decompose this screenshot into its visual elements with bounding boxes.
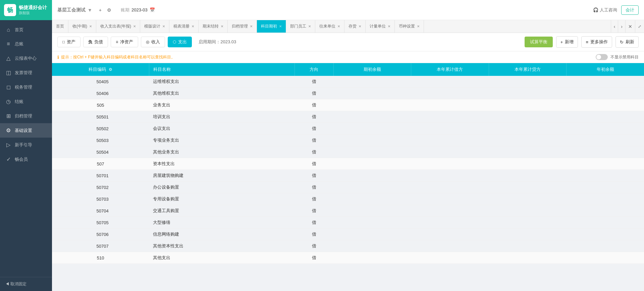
- sidebar-item-close[interactable]: ◷ 结账: [0, 94, 52, 109]
- tab-close-inventory[interactable]: ✕: [359, 25, 361, 28]
- tab-close-subject-init[interactable]: ✕: [279, 25, 282, 28]
- col-header-code: 科目编码 ⚙: [52, 63, 149, 76]
- cell-name: 办公设备购置: [149, 182, 294, 193]
- table-row[interactable]: 50706 信息网络购建 借: [52, 229, 644, 240]
- table-row[interactable]: 50704 交通工具购置 借: [52, 205, 644, 217]
- table-row[interactable]: 50504 其他业务支出 借: [52, 146, 644, 158]
- sidebar-item-tax[interactable]: ◻ 税务管理: [0, 80, 52, 94]
- col-settings-icon[interactable]: ⚙: [109, 67, 112, 72]
- tab-home[interactable]: 首页: [52, 20, 68, 33]
- table-body: 50405 运维维权支出 借 50406 其他维权支出 借 505 业务支出 借…: [52, 76, 644, 264]
- table-row[interactable]: 50405 运维维权支出 借: [52, 76, 644, 88]
- tab-income-annual[interactable]: 收入支出表(年报) ✕: [96, 20, 140, 33]
- tab-dept-emp[interactable]: 部门员工 ✕: [286, 20, 315, 33]
- cell-name: 大型修缮: [149, 217, 294, 229]
- col-header-year-credit: 本年累计贷方: [489, 63, 566, 76]
- balance-calc-btn[interactable]: 试算平衡: [525, 37, 553, 47]
- table-row[interactable]: 50501 培训支出 借: [52, 111, 644, 123]
- tab-close-dept-emp[interactable]: ✕: [308, 25, 311, 28]
- tab-unit[interactable]: 计量单位 ✕: [366, 20, 395, 33]
- cell-init-balance: [333, 88, 411, 99]
- cell-year-balance: [567, 99, 644, 111]
- tab-currency[interactable]: 币种设置 ✕: [395, 20, 424, 33]
- table-row[interactable]: 50503 专项业务支出 借: [52, 135, 644, 146]
- subtab-liability[interactable]: 负 负债: [83, 37, 108, 47]
- table-row[interactable]: 505 业务支出 借: [52, 99, 644, 111]
- cell-year-balance: [567, 205, 644, 217]
- cell-year-credit: [489, 182, 566, 193]
- sidebar-item-invoice[interactable]: ◫ 发票管理: [0, 65, 52, 80]
- table-row[interactable]: 50707 其他资本性支出 借: [52, 240, 644, 252]
- table-row[interactable]: 50502 会议支出 借: [52, 123, 644, 135]
- cell-year-debit: [411, 182, 489, 193]
- tab-template[interactable]: 模版设计 ✕: [140, 20, 169, 33]
- calendar-icon[interactable]: 📅: [150, 7, 155, 12]
- tab-close-income-annual[interactable]: ✕: [133, 25, 136, 28]
- refresh-btn[interactable]: ↻ 刷新: [615, 36, 639, 48]
- sidebar-item-guide[interactable]: ▷ 新手引导: [0, 138, 52, 152]
- cell-name: 其他业务支出: [149, 146, 294, 158]
- more-ops-btn[interactable]: ≡ 更多操作: [581, 36, 612, 48]
- tab-period-close[interactable]: 期末结转 ✕: [199, 20, 228, 33]
- cell-code: 50704: [52, 205, 149, 217]
- tab-archive[interactable]: 归档管理 ✕: [228, 20, 257, 33]
- sidebar-item-settings[interactable]: ⚙ 基础设置: [0, 123, 52, 138]
- tab-close-cashflow-mid[interactable]: ✕: [89, 25, 92, 28]
- table-row[interactable]: 510 其他支出 借: [52, 252, 644, 264]
- cell-direction: 借: [294, 193, 333, 205]
- tab-cashflow-mid[interactable]: 收(中期) ✕: [68, 20, 96, 33]
- table-row[interactable]: 50406 其他维权支出 借: [52, 88, 644, 99]
- ledger-icon: ≡: [5, 41, 11, 47]
- company-settings-btn[interactable]: ⚙: [106, 6, 113, 14]
- add-btn[interactable]: + 新增: [556, 36, 578, 48]
- cell-year-balance: [567, 170, 644, 182]
- sidebar-item-member[interactable]: ✓ 畅会员: [0, 152, 52, 166]
- sidebar-item-reports[interactable]: △ 云报表中心: [0, 51, 52, 65]
- disable-subject-toggle[interactable]: [596, 54, 608, 60]
- home-icon: ⌂: [5, 27, 11, 33]
- tab-next-btn[interactable]: ›: [618, 20, 625, 33]
- cell-code: 50705: [52, 217, 149, 229]
- table-row[interactable]: 507 资本性支出 借: [52, 158, 644, 170]
- cell-year-balance: [567, 182, 644, 193]
- tab-prev-btn[interactable]: ‹: [611, 20, 618, 33]
- tab-close-tax-clear[interactable]: ✕: [192, 25, 194, 28]
- tab-close-archive[interactable]: ✕: [250, 25, 253, 28]
- tab-expand-btn[interactable]: ⤢: [635, 20, 644, 33]
- add-company-btn[interactable]: +: [98, 6, 103, 14]
- sidebar-item-archive[interactable]: ⊞ 归档管理: [0, 109, 52, 123]
- tab-customers[interactable]: 往来单位 ✕: [315, 20, 344, 33]
- sidebar-collapse-btn[interactable]: ◀ 取消固定: [0, 277, 52, 291]
- tab-close-all-btn[interactable]: ✕: [625, 20, 635, 33]
- tab-close-template[interactable]: ✕: [162, 25, 165, 28]
- subject-table-container[interactable]: 科目编码 ⚙ 科目名称 方向 期初余额 本年累计借方 本年累计贷方 年初余额 5…: [52, 63, 644, 291]
- subtab-expense[interactable]: ⬡ 支出: [168, 37, 192, 47]
- cell-direction: 借: [294, 135, 333, 146]
- sidebar-item-ledger[interactable]: ≡ 总账: [0, 37, 52, 51]
- table-row[interactable]: 50702 办公设备购置 借: [52, 182, 644, 193]
- subtab-income[interactable]: ◎ 收入: [141, 37, 165, 47]
- tab-close-customers[interactable]: ✕: [337, 25, 340, 28]
- user-role-btn[interactable]: 会计: [621, 5, 639, 15]
- tab-close-period-close[interactable]: ✕: [221, 25, 223, 28]
- cell-year-debit: [411, 123, 489, 135]
- tab-close-unit[interactable]: ✕: [388, 25, 390, 28]
- subtab-asset[interactable]: □ 资产: [57, 37, 80, 47]
- tab-tax-clear[interactable]: 税表清册 ✕: [169, 20, 199, 33]
- cell-year-credit: [489, 252, 566, 264]
- support-btn[interactable]: 🎧 人工咨询: [593, 7, 617, 13]
- sidebar-item-home[interactable]: ⌂ 首页: [0, 23, 52, 37]
- topbar-right: 🎧 人工咨询 会计: [593, 5, 639, 15]
- tab-subject-init[interactable]: 科目期初 ✕: [257, 20, 286, 33]
- table-row[interactable]: 50705 大型修缮 借: [52, 217, 644, 229]
- topbar: 基层工会测试 ▼ + ⚙ 账期 2023-03 📅 🎧 人工咨询 会计: [52, 0, 644, 20]
- subtab-netasset[interactable]: ≡ 净资产: [111, 37, 138, 47]
- table-row[interactable]: 50703 专用设备购置 借: [52, 193, 644, 205]
- tab-close-currency[interactable]: ✕: [417, 25, 420, 28]
- cell-code: 50504: [52, 146, 149, 158]
- tab-inventory[interactable]: 存货 ✕: [344, 20, 366, 33]
- table-row[interactable]: 50701 房屋建筑物购建 借: [52, 170, 644, 182]
- tab-bar: 首页 收(中期) ✕ 收入支出表(年报) ✕ 模版设计 ✕ 税表清册 ✕ 期末结…: [52, 20, 644, 33]
- company-selector[interactable]: 基层工会测试 ▼: [57, 7, 92, 13]
- cell-code: 50702: [52, 182, 149, 193]
